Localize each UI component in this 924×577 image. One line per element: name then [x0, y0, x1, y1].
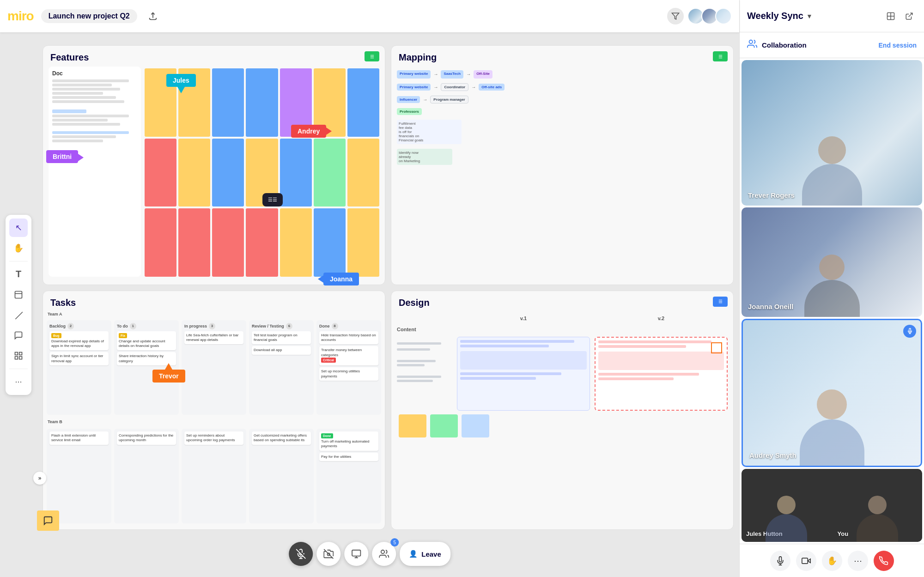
avatar-3 — [715, 8, 732, 24]
doc-line — [52, 79, 129, 82]
leave-icon: 👤 — [409, 550, 418, 558]
map-diagram: Primary website → SaasTech → Off-Site Pr… — [391, 67, 733, 169]
label-line — [397, 380, 433, 382]
svg-rect-3 — [15, 352, 18, 355]
wf-line — [460, 372, 561, 375]
kanban-card: Set up incoming utilities payments — [319, 367, 378, 381]
flow-arrow: → — [466, 70, 471, 79]
project-title[interactable]: Launch new project Q2 — [41, 9, 137, 23]
person-silhouette — [804, 255, 860, 317]
filter-button[interactable] — [667, 8, 684, 24]
tool-text[interactable]: T — [9, 265, 28, 284]
tasks-section: Tasks Team A Backlog 2 Bug Download e — [43, 291, 385, 530]
flow-box: Off-site ads — [479, 84, 505, 91]
camera-control-btn[interactable] — [796, 551, 816, 571]
col-label: Review / Testing — [252, 324, 284, 328]
flow-box: Primary website — [397, 84, 431, 91]
avatar-group — [687, 8, 732, 24]
cursor-brittni: Brittni — [46, 150, 78, 163]
header-icons — [883, 9, 917, 24]
flow-arrow: → — [433, 85, 438, 90]
card-text: Flash a limit extension until service li… — [51, 433, 107, 443]
flow-box: Off-Site — [474, 70, 492, 79]
doc-line — [52, 140, 103, 142]
mapping-menu-btn[interactable]: ☰ — [713, 51, 728, 61]
participant-name-you: You — [838, 530, 849, 537]
card-text: Sign in limit sync account or tier remov… — [51, 354, 107, 364]
mic-control-btn[interactable] — [770, 551, 790, 571]
right-panel: Weekly Sync ▼ Collaboration End s — [739, 0, 924, 577]
end-session-button[interactable]: End session — [879, 42, 917, 49]
doc-line — [52, 100, 124, 103]
sticky-note — [280, 208, 312, 277]
layout-icon-btn[interactable] — [883, 9, 898, 24]
wf-block — [598, 352, 724, 370]
tool-sticky[interactable] — [9, 285, 28, 304]
card-text: Life Sea-felch cufterfallen or bar renew… — [186, 333, 242, 343]
participant-name-joanna: Joanna Oneill — [748, 303, 793, 310]
sticky-grid — [145, 67, 379, 277]
kanban-card: Download all app — [252, 346, 311, 354]
v1-label: v.1 — [457, 316, 590, 332]
share-button[interactable] — [145, 8, 161, 24]
card-tag: Fix — [119, 333, 127, 338]
tool-line[interactable]: — — [6, 302, 32, 328]
more-options-btn[interactable]: ⋯ — [848, 551, 868, 571]
design-sticky — [462, 414, 489, 437]
svg-marker-0 — [672, 13, 679, 19]
mapping-title: Mapping — [391, 46, 733, 67]
tool-comment[interactable] — [9, 326, 28, 345]
main-area: miro Launch new project Q2 ↖ ✋ — [0, 0, 739, 577]
person-silhouette — [802, 389, 862, 466]
col-header-backlog: Backlog 2 — [49, 323, 109, 329]
wf-line — [598, 345, 686, 348]
tasks-content: Team A Backlog 2 Bug Download expired ap… — [43, 312, 385, 528]
top-bar: miro Launch new project Q2 — [0, 0, 739, 32]
kanban-card: Get customized marketing offers based on… — [252, 431, 311, 445]
card-text: Download expired app details of apps in … — [51, 339, 107, 349]
board: Features ☰ Doc — [37, 40, 739, 535]
tool-select[interactable]: ↖ — [9, 219, 28, 237]
svg-point-13 — [381, 550, 384, 553]
features-menu-btn[interactable]: ☰ — [365, 51, 379, 61]
tool-more[interactable]: ··· — [9, 373, 28, 391]
sticky-note — [212, 139, 244, 207]
collapse-panel-btn[interactable]: » — [33, 472, 46, 485]
mute-mic-button[interactable] — [289, 542, 313, 566]
flow-arrow: → — [433, 70, 438, 79]
kanban-card: Sign in limit sync account or tier remov… — [49, 352, 109, 365]
kanban-card: Bug Download expired app details of apps… — [49, 331, 109, 351]
doc-title: Doc — [52, 70, 137, 77]
sticky-note — [246, 208, 278, 277]
external-icon-btn[interactable] — [902, 9, 917, 24]
kanban-card: Corresponding predictions for the upcomi… — [117, 431, 176, 445]
camera-button[interactable] — [316, 542, 340, 566]
person-silhouette — [804, 136, 860, 206]
sticky-note — [212, 68, 244, 137]
design-menu-btn[interactable]: ☰ — [713, 297, 728, 307]
chat-sticky[interactable] — [37, 510, 59, 531]
flow-row-1: Primary website → SaasTech → Off-Site — [397, 70, 728, 79]
svg-rect-10 — [352, 550, 360, 556]
flow-box: SaasTech — [441, 70, 463, 79]
kanban-card: Life Sea-felch cufterfallen or bar renew… — [184, 331, 243, 345]
leave-button[interactable]: 👤 Leave — [400, 542, 450, 566]
meeting-dropdown[interactable]: ▼ — [806, 12, 813, 20]
tool-hand[interactable]: ✋ — [9, 239, 28, 257]
flow-row-3: Influencer → Program manager — [397, 96, 728, 103]
card-text: Set up incoming utilities payments — [321, 369, 377, 379]
hand-raise-btn[interactable]: ✋ — [822, 551, 842, 571]
card-text: Change and update account details on fin… — [119, 339, 174, 349]
cursor-jules: Jules — [166, 74, 196, 87]
video-grid: Trever Rogers Joanna Oneill Audrey Smyth — [740, 58, 924, 544]
wf-block — [460, 351, 587, 370]
screenshare-button[interactable] — [344, 542, 368, 566]
kanban-col-backlog: Backlog 2 Bug Download expired app detai… — [47, 320, 111, 415]
svg-line-17 — [909, 13, 912, 17]
end-call-button[interactable] — [874, 551, 894, 571]
participants-button[interactable]: 5 — [372, 542, 396, 566]
miro-logo: miro — [7, 9, 34, 24]
svg-marker-19 — [808, 559, 810, 562]
tool-frame[interactable] — [9, 346, 28, 365]
wf-line — [598, 340, 711, 343]
